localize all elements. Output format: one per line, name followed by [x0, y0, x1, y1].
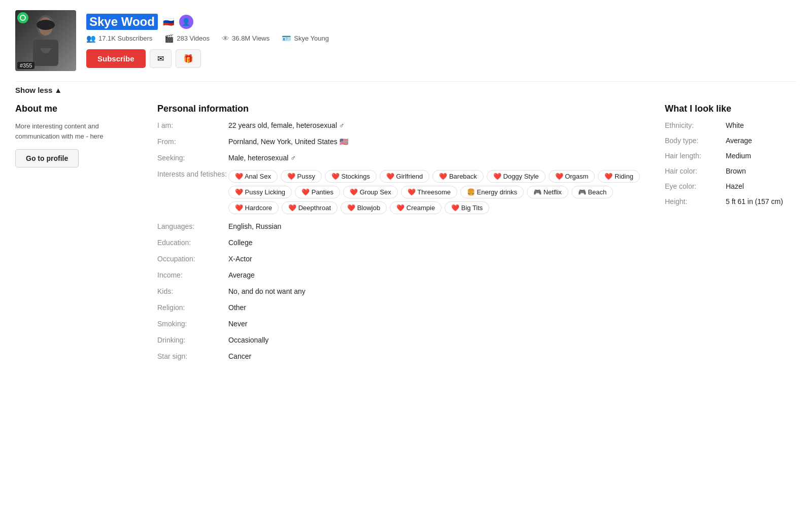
smoking-row: Smoking: Never [157, 320, 645, 328]
subscribe-button[interactable]: Subscribe [86, 49, 146, 68]
appear-label: Height: [665, 197, 726, 206]
alias-stat: 🪪 Skye Young [282, 34, 329, 43]
appearance-row: Hair color:Brown [665, 167, 797, 175]
appearance-row: Height:5 ft 61 in (157 cm) [665, 197, 797, 206]
rank-badge: #355 [17, 62, 35, 69]
income-label: Income: [157, 271, 228, 279]
appear-label: Body type: [665, 137, 726, 145]
message-button[interactable]: ✉ [150, 49, 172, 68]
alias-icon: 🪪 [282, 34, 291, 43]
subscribers-count: 17.1K Subscribers [98, 35, 152, 42]
kids-row: Kids: No, and do not want any [157, 287, 645, 295]
education-label: Education: [157, 239, 228, 247]
show-less-button[interactable]: Show less ▲ [15, 86, 62, 94]
personal-title: Personal information [157, 104, 645, 114]
occupation-value: X-Actor [228, 255, 645, 263]
appear-value: 5 ft 61 in (157 cm) [726, 197, 783, 206]
videos-count: 283 Videos [177, 35, 210, 42]
go-to-profile-button[interactable]: Go to profile [15, 149, 79, 167]
smoking-value: Never [228, 320, 645, 328]
star-sign-row: Star sign: Cancer [157, 352, 645, 360]
interest-tag: 🍔 Energy drinks [460, 186, 524, 198]
interest-tag: ❤️ Orgasm [549, 170, 595, 183]
interest-tag: 🎮 Netflix [527, 186, 568, 198]
kids-value: No, and do not want any [228, 287, 645, 295]
appearance-section: What I look like Ethnicity:WhiteBody typ… [665, 104, 797, 368]
i-am-label: I am: [157, 121, 228, 129]
tags-container: ❤️ Anal Sex❤️ Pussy❤️ Stockings❤️ Girlfr… [228, 170, 645, 214]
interest-tag: ❤️ Group Sex [343, 186, 398, 198]
religion-label: Religion: [157, 303, 228, 312]
interests-label: Interests and fetishes: [157, 170, 228, 178]
interest-tag: ❤️ Doggy Style [487, 170, 546, 183]
appear-label: Hair length: [665, 152, 726, 160]
seeking-label: Seeking: [157, 154, 228, 162]
profile-name: Skye Wood [86, 14, 158, 30]
interest-tag: 🎮 Beach [571, 186, 613, 198]
interest-tag: ❤️ Hardcore [228, 201, 279, 214]
interest-tag: ❤️ Girlfriend [380, 170, 429, 183]
seeking-row: Seeking: Male, heterosexual ♂️ [157, 154, 645, 162]
name-row: Skye Wood 🇷🇺 👤 [86, 14, 797, 30]
interest-tag: ❤️ Deepthroat [282, 201, 337, 214]
about-title: About me [15, 104, 137, 114]
religion-value: Other [228, 303, 645, 312]
appear-value: Medium [726, 152, 751, 160]
info-table: I am: 22 years old, female, heterosexual… [157, 121, 645, 360]
interest-tag: ❤️ Anal Sex [228, 170, 278, 183]
education-value: College [228, 239, 645, 247]
interest-tag: ❤️ Panties [295, 186, 340, 198]
header-info: Skye Wood 🇷🇺 👤 👥 17.1K Subscribers 🎬 283… [86, 14, 797, 68]
gift-button[interactable]: 🎁 [176, 49, 201, 68]
interest-tag: ❤️ Blowjob [341, 201, 387, 214]
about-section: About me More interesting content and co… [15, 104, 137, 368]
stats-row: 👥 17.1K Subscribers 🎬 283 Videos 👁 36.8M… [86, 34, 797, 43]
actions-row: Subscribe ✉ 🎁 [86, 49, 797, 68]
videos-icon: 🎬 [164, 34, 174, 43]
main-content: About me More interesting content and co… [0, 98, 812, 384]
i-am-value: 22 years old, female, heterosexual ♂️ [228, 121, 645, 129]
interest-tag: ❤️ Threesome [401, 186, 457, 198]
drinking-row: Drinking: Occasionally [157, 336, 645, 344]
appear-label: Hair color: [665, 167, 726, 175]
online-indicator [17, 12, 28, 23]
appearance-row: Ethnicity:White [665, 121, 797, 129]
videos-stat: 🎬 283 Videos [164, 34, 210, 43]
show-less-row: Show less ▲ [0, 82, 812, 98]
svg-point-3 [37, 20, 55, 30]
drinking-label: Drinking: [157, 336, 228, 344]
verified-icon: 👤 [179, 15, 193, 29]
subscribers-icon: 👥 [86, 34, 96, 43]
star-sign-value: Cancer [228, 352, 645, 360]
profile-header: #355 Skye Wood 🇷🇺 👤 👥 17.1K Subscribers … [0, 0, 812, 81]
languages-row: Languages: English, Russian [157, 222, 645, 230]
appear-value: Hazel [726, 182, 744, 190]
appearance-row: Hair length:Medium [665, 152, 797, 160]
occupation-label: Occupation: [157, 255, 228, 263]
appearance-row: Body type:Average [665, 137, 797, 145]
religion-row: Religion: Other [157, 303, 645, 312]
appearance-row: Eye color:Hazel [665, 182, 797, 190]
appear-value: Average [726, 137, 752, 145]
views-stat: 👁 36.8M Views [222, 34, 269, 43]
seeking-value: Male, heterosexual ♂️ [228, 154, 645, 162]
country-flag: 🇷🇺 [163, 16, 174, 27]
occupation-row: Occupation: X-Actor [157, 255, 645, 263]
education-row: Education: College [157, 239, 645, 247]
views-icon: 👁 [222, 34, 229, 43]
kids-label: Kids: [157, 287, 228, 295]
chevron-icon: ▲ [54, 86, 62, 94]
interest-tag: ❤️ Riding [598, 170, 639, 183]
from-label: From: [157, 138, 228, 146]
languages-label: Languages: [157, 222, 228, 230]
appear-value: Brown [726, 167, 746, 175]
appear-value: White [726, 121, 744, 129]
interest-tag: ❤️ Stockings [325, 170, 377, 183]
interest-tag: ❤️ Creampie [390, 201, 442, 214]
interest-tag: ❤️ Pussy Licking [228, 186, 292, 198]
income-row: Income: Average [157, 271, 645, 279]
views-count: 36.8M Views [232, 35, 269, 42]
from-row: From: Pornland, New York, United States … [157, 138, 645, 146]
about-description: More interesting content and communicati… [15, 121, 137, 141]
drinking-value: Occasionally [228, 336, 645, 344]
